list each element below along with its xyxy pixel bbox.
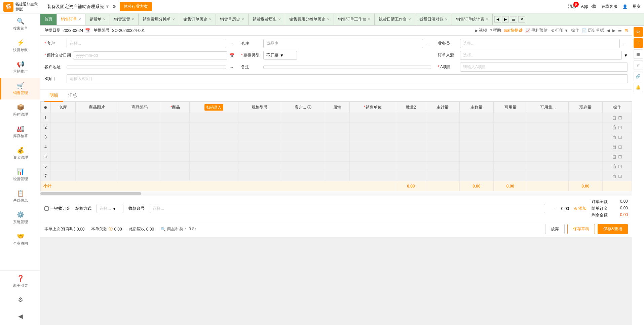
tab-menu-btn[interactable]: ☰	[510, 16, 517, 23]
customer-input[interactable]: 选择...	[67, 39, 226, 48]
address-more-btn[interactable]: ···	[228, 65, 234, 70]
tab-prev-btn[interactable]: ◀	[494, 16, 501, 23]
app-download-link[interactable]: App下载	[581, 4, 596, 9]
tab-close-sales-order[interactable]: ✕	[78, 17, 81, 21]
row-copy-5[interactable]: ⊡	[618, 154, 622, 159]
side-star-btn[interactable]: ☆	[634, 60, 643, 70]
tab-return-history[interactable]: 销货单历史 ✕	[216, 14, 249, 25]
print-action[interactable]: 🖨 打印 ▼	[550, 28, 568, 33]
scan-button[interactable]: 扫码录入	[204, 104, 223, 111]
tab-close-fee-history[interactable]: ✕	[327, 17, 330, 21]
tab-close-refund-history[interactable]: ✕	[278, 17, 281, 21]
row-copy-1[interactable]: ⊡	[618, 115, 622, 120]
b-project-input[interactable]: 请输入B项目	[67, 74, 628, 83]
shortcut-action[interactable]: ⌨ 快捷键	[504, 28, 523, 33]
row-delete-4[interactable]: 🗑	[612, 144, 617, 150]
system-dropdown-arrow[interactable]: ▼	[105, 4, 110, 9]
tab-close-all-btn[interactable]: ✕	[518, 16, 525, 23]
tab-summary[interactable]: 汇总	[63, 90, 82, 101]
row-copy-7[interactable]: ⊡	[618, 173, 622, 179]
sidebar-item-quicknav[interactable]: ⚡ 快捷导航	[0, 35, 40, 56]
nav-next[interactable]: ▶	[612, 28, 615, 33]
tab-sales-order[interactable]: 销售订单 ✕	[57, 14, 85, 25]
sidebar-item-inventory[interactable]: 🏭 库存核算	[0, 121, 40, 143]
row-copy-2[interactable]: ⊡	[618, 125, 622, 130]
row-copy-3[interactable]: ⊡	[618, 134, 622, 140]
tab-refund-history[interactable]: 销货退货历史 ✕	[249, 14, 285, 25]
video-action[interactable]: ▶ 视频	[475, 28, 487, 33]
side-settings-btn[interactable]: ⚙	[634, 27, 643, 37]
side-alert-btn[interactable]: 🔔	[634, 83, 643, 92]
sidebar-item-guide[interactable]: ❓ 新手引导	[0, 271, 40, 292]
invoice-type-select[interactable]: 不开票 ▼	[263, 51, 297, 60]
tab-cash-reconcile[interactable]: 钱货日清对账 ✕	[415, 14, 452, 25]
quick-payment-input[interactable]	[44, 206, 49, 211]
row-copy-4[interactable]: ⊡	[618, 144, 622, 150]
tab-detail[interactable]: 明细	[44, 90, 63, 102]
print-dropdown[interactable]: ▼	[564, 28, 568, 33]
tab-close-sales-return[interactable]: ✕	[103, 17, 106, 21]
tab-close-fee-split[interactable]: ✕	[172, 17, 175, 21]
customer-address-input[interactable]	[67, 66, 226, 69]
help-action[interactable]: ? 帮助	[490, 28, 501, 33]
tab-order-history[interactable]: 销售订单历史 ✕	[179, 14, 216, 25]
customer-more-btn[interactable]: ···	[228, 41, 234, 46]
sidebar-collapse[interactable]: ◀	[0, 309, 40, 325]
tab-close-sales-refund[interactable]: ✕	[131, 17, 134, 21]
operation-action[interactable]: 操作	[571, 28, 579, 33]
row-delete-7[interactable]: 🗑	[612, 173, 617, 179]
system-settings-icon[interactable]: ⚙	[112, 4, 116, 9]
tab-cash-daily[interactable]: 钱货日清工作台 ✕	[375, 14, 415, 25]
sidebar-item-operations[interactable]: 📊 经营管理	[0, 164, 40, 186]
view-grid-icon[interactable]: ⊟	[624, 28, 628, 33]
online-support-link[interactable]: 在线客服	[601, 4, 617, 9]
tab-next-btn[interactable]: ▶	[502, 16, 509, 23]
tab-close-return-history[interactable]: ✕	[241, 17, 244, 21]
col-scan[interactable]: 扫码录入	[189, 102, 238, 113]
payment-method-select[interactable]: 选择... ▼	[97, 204, 123, 213]
salesperson-input[interactable]: 选择...	[460, 39, 620, 48]
row-delete-3[interactable]: 🗑	[612, 134, 617, 140]
view-list-icon[interactable]: ☰	[618, 28, 622, 33]
remarks-input[interactable]	[263, 66, 431, 69]
sidebar-item-finance[interactable]: 💰 资金管理	[0, 143, 40, 164]
tab-close-order-history[interactable]: ✕	[209, 17, 212, 21]
tab-close-sales-stats[interactable]: ✕	[486, 17, 488, 21]
tab-close-cash-daily[interactable]: ✕	[408, 17, 411, 21]
tab-sales-return[interactable]: 销货单 ✕	[85, 14, 110, 25]
trial-button[interactable]: 体验行业方案	[120, 2, 152, 11]
sidebar-item-marketing[interactable]: 📢 营销推广	[0, 56, 40, 78]
sidebar-item-sales[interactable]: 🛒 销售管理	[0, 78, 40, 99]
account-more-btn[interactable]: ···	[550, 206, 556, 211]
row-delete-6[interactable]: 🗑	[612, 164, 617, 169]
row-copy-6[interactable]: ⊡	[618, 164, 622, 169]
tab-workbench[interactable]: 销售订单工作台 ✕	[334, 14, 375, 25]
col-settings[interactable]: ⚙	[41, 102, 51, 113]
profit-action[interactable]: 📈 毛利预估	[525, 28, 547, 33]
side-grid-btn[interactable]: ▦	[634, 49, 643, 59]
tab-home[interactable]: 首页	[40, 14, 57, 25]
save-new-button[interactable]: 保存&新增	[598, 224, 628, 234]
quick-payment-checkbox[interactable]: 一键收订金	[44, 206, 70, 211]
sidebar-item-search[interactable]: 🔍 搜索菜单	[0, 13, 40, 35]
nav-prev[interactable]: ◀	[607, 28, 610, 33]
tab-fee-split[interactable]: 销售费用分摊单 ✕	[139, 14, 179, 25]
history-action[interactable]: 📄 历史单据	[582, 28, 604, 33]
tab-sales-stats[interactable]: 销售订单统计表 ✕	[452, 14, 493, 25]
tab-close-cash-reconcile[interactable]: ✕	[445, 17, 448, 21]
sidebar-item-enterprise[interactable]: 🤝 企业协同	[0, 229, 40, 250]
account-input[interactable]: 选择...	[150, 204, 545, 213]
tab-close-workbench[interactable]: ✕	[368, 17, 370, 21]
salesperson-more-btn[interactable]: ···	[622, 41, 628, 46]
tab-sales-refund[interactable]: 销货退货 ✕	[110, 14, 139, 25]
calendar-icon[interactable]: 📅	[85, 28, 90, 33]
delivery-calendar-icon[interactable]: 📅	[229, 53, 234, 58]
horizontal-scrollbar[interactable]	[40, 192, 141, 195]
a-project-input[interactable]: 请输入A项目	[460, 63, 628, 72]
sidebar-settings[interactable]: ⚙	[0, 292, 40, 309]
tab-fee-history[interactable]: 销售费用分摊单历史 ✕	[285, 14, 334, 25]
sidebar-item-basic[interactable]: 📋 基础信息	[0, 186, 40, 207]
row-delete-2[interactable]: 🗑	[612, 125, 617, 130]
add-payment-btn[interactable]: ⊕ 添加	[574, 206, 586, 211]
notification-area[interactable]: 消息 9	[568, 4, 576, 9]
